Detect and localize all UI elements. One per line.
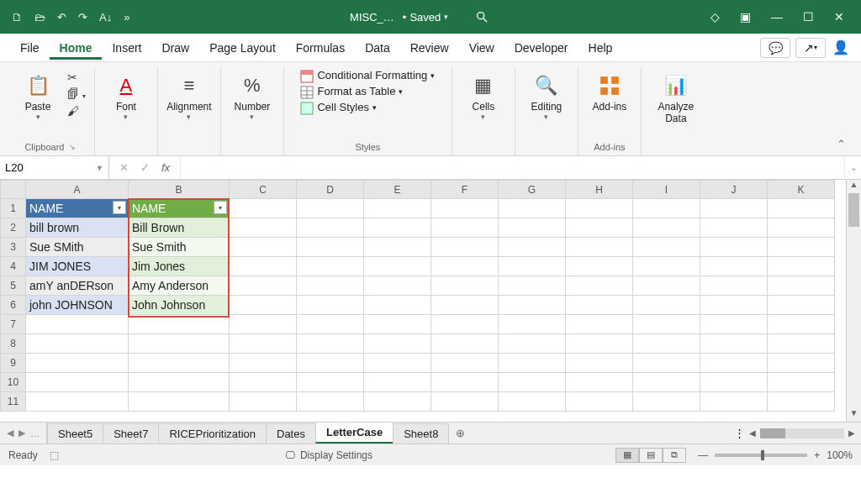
col-header[interactable]: G	[499, 181, 566, 199]
cell[interactable]	[230, 296, 297, 315]
analyze-data-button[interactable]: 📊 Analyze Data	[650, 69, 702, 128]
tab-data[interactable]: Data	[355, 36, 400, 60]
cell[interactable]	[633, 276, 700, 296]
cancel-formula-icon[interactable]: ✕	[119, 161, 129, 174]
cell[interactable]	[364, 334, 431, 354]
tab-developer[interactable]: Developer	[504, 36, 578, 60]
cell[interactable]	[700, 373, 768, 392]
col-header[interactable]: A	[26, 181, 129, 199]
undo-icon[interactable]: ↶	[57, 11, 66, 24]
cell[interactable]	[297, 354, 364, 373]
col-header[interactable]: H	[566, 181, 633, 199]
conditional-formatting-button[interactable]: Conditional Formatting ▾	[300, 69, 435, 81]
cell[interactable]	[297, 315, 364, 334]
zoom-level[interactable]: 100%	[827, 449, 853, 461]
cell[interactable]	[230, 315, 297, 334]
cell[interactable]	[297, 218, 364, 238]
tab-page-layout[interactable]: Page Layout	[199, 36, 286, 60]
comments-button[interactable]: 💬	[760, 38, 790, 58]
col-header[interactable]: K	[768, 181, 835, 199]
new-file-icon[interactable]: 🗋	[12, 11, 23, 24]
cell[interactable]	[129, 392, 230, 412]
cell[interactable]	[566, 334, 633, 354]
cell[interactable]	[566, 392, 633, 412]
sheet-tab[interactable]: LetterCase	[315, 422, 394, 444]
cell[interactable]	[633, 392, 700, 412]
cell[interactable]	[700, 257, 768, 276]
cell[interactable]	[297, 238, 364, 257]
row-header[interactable]: 4	[1, 257, 26, 276]
cell[interactable]	[364, 392, 431, 412]
cell[interactable]	[633, 296, 700, 315]
cell[interactable]: Sue Smith	[129, 238, 230, 257]
search-icon[interactable]	[473, 8, 490, 25]
row-header[interactable]: 9	[1, 354, 26, 373]
cell[interactable]	[700, 315, 768, 334]
formula-input[interactable]	[180, 156, 844, 179]
cell[interactable]	[499, 354, 566, 373]
cell[interactable]	[566, 199, 633, 218]
sheet-tab[interactable]: Sheet8	[393, 423, 449, 444]
cell[interactable]	[499, 238, 566, 257]
view-page-layout-button[interactable]: ▤	[639, 448, 663, 463]
cell[interactable]	[297, 296, 364, 315]
sheet-tab[interactable]: Sheet5	[47, 423, 103, 444]
cell[interactable]	[26, 315, 129, 334]
cell[interactable]	[26, 334, 129, 354]
number-button[interactable]: % Number ▾	[230, 69, 275, 124]
cell[interactable]	[566, 218, 633, 238]
cells-button[interactable]: ▦ Cells ▾	[461, 69, 506, 124]
cell[interactable]	[700, 392, 768, 412]
cell-grid[interactable]: A B C D E F G H I J K 1NAME▾NAME▾2bill b…	[0, 180, 846, 422]
sheet-tab[interactable]: RICEPrioritization	[158, 423, 267, 444]
format-as-table-button[interactable]: Format as Table ▾	[300, 85, 403, 97]
cell[interactable]	[364, 276, 431, 296]
display-settings-icon[interactable]: 🖵	[285, 449, 295, 461]
cell[interactable]	[230, 257, 297, 276]
cell[interactable]	[431, 334, 499, 354]
view-page-break-button[interactable]: ⧉	[663, 448, 686, 463]
name-box-input[interactable]	[5, 161, 81, 174]
col-header[interactable]: D	[297, 181, 364, 199]
cell[interactable]	[499, 334, 566, 354]
document-name[interactable]: MISC_…	[350, 11, 394, 24]
cell[interactable]	[297, 334, 364, 354]
row-header[interactable]: 6	[1, 296, 26, 315]
scroll-up-icon[interactable]: ▲	[847, 180, 861, 193]
fx-icon[interactable]: fx	[161, 161, 170, 174]
cell[interactable]	[768, 354, 835, 373]
scroll-thumb[interactable]	[848, 193, 859, 227]
cell[interactable]	[431, 276, 499, 296]
row-header[interactable]: 7	[1, 315, 26, 334]
zoom-in-button[interactable]: +	[814, 449, 820, 461]
ribbon-mode-icon[interactable]: ▣	[740, 10, 751, 24]
cell[interactable]	[230, 373, 297, 392]
cell[interactable]	[364, 199, 431, 218]
cell[interactable]	[499, 257, 566, 276]
sheet-nav-next-icon[interactable]: ▶	[18, 428, 25, 438]
cell[interactable]	[768, 276, 835, 296]
cut-icon[interactable]: ✂	[67, 71, 86, 84]
zoom-slider[interactable]	[715, 454, 807, 457]
cell[interactable]	[768, 315, 835, 334]
maximize-button[interactable]: ☐	[803, 10, 814, 24]
addins-button[interactable]: Add-ins	[587, 69, 632, 116]
sheet-tab[interactable]: Dates	[266, 423, 316, 444]
cell[interactable]	[566, 354, 633, 373]
tab-view[interactable]: View	[459, 36, 504, 60]
tab-home[interactable]: Home	[50, 36, 103, 60]
hscroll-left-icon[interactable]: ◀	[747, 428, 758, 438]
zoom-out-button[interactable]: —	[698, 449, 708, 461]
row-header[interactable]: 1	[1, 199, 26, 218]
enter-formula-icon[interactable]: ✓	[140, 161, 150, 174]
cell[interactable]	[768, 392, 835, 412]
cell[interactable]	[499, 276, 566, 296]
filter-icon[interactable]: ▾	[214, 201, 227, 214]
cell-styles-button[interactable]: Cell Styles ▾	[300, 101, 376, 113]
row-header[interactable]: 2	[1, 218, 26, 238]
minimize-button[interactable]: —	[771, 10, 783, 24]
cell[interactable]: john JOHNSON	[26, 296, 129, 315]
tab-file[interactable]: File	[10, 36, 50, 60]
sheet-tab[interactable]: Sheet7	[103, 423, 159, 444]
cell[interactable]: bill brown	[26, 218, 129, 238]
